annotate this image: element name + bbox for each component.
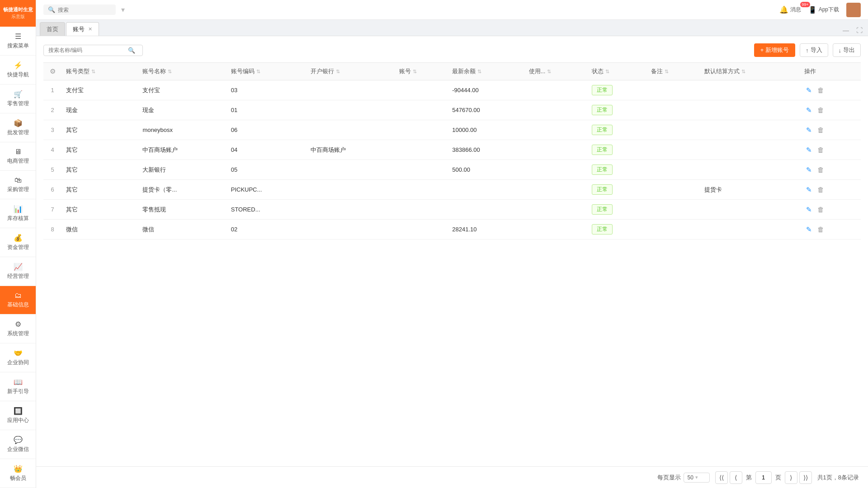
delete-button[interactable]: 🗑 — [816, 85, 826, 95]
cell-account — [395, 180, 448, 200]
edit-button[interactable]: ✎ — [804, 165, 814, 175]
sidebar-item-wholesale-mgmt[interactable]: 📦 批发管理 — [0, 113, 36, 142]
sidebar-item-search-menu[interactable]: ☰ 搜索菜单 — [0, 27, 36, 56]
sort-name-icon[interactable]: ⇅ — [168, 69, 172, 75]
col-account[interactable]: 账号 ⇅ — [395, 63, 448, 80]
cell-type: 现金 — [61, 100, 138, 120]
col-type[interactable]: 账号类型 ⇅ — [61, 63, 138, 80]
sort-usage-icon[interactable]: ⇅ — [547, 69, 551, 75]
edit-button[interactable]: ✎ — [804, 185, 814, 195]
per-page-select-box[interactable]: 50 ▾ — [684, 473, 710, 483]
sidebar-item-new-guide[interactable]: 📖 新手引导 — [0, 372, 36, 401]
page-first-button[interactable]: ⟨⟨ — [715, 471, 728, 484]
col-balance[interactable]: 最新余额 ⇅ — [448, 63, 524, 80]
cell-type: 其它 — [61, 180, 138, 200]
new-account-button[interactable]: + 新增账号 — [754, 43, 795, 57]
cell-balance: -90444.00 — [448, 80, 524, 100]
edit-button[interactable]: ✎ — [804, 225, 814, 235]
sidebar-item-vip-member[interactable]: 👑 畅会员 — [0, 459, 36, 488]
export-button[interactable]: ↓ 导出 — [833, 43, 861, 57]
col-settings[interactable]: ⚙ — [43, 63, 61, 80]
delete-button[interactable]: 🗑 — [816, 105, 826, 115]
settings-icon[interactable]: ⚙ — [50, 67, 56, 75]
delete-button[interactable]: 🗑 — [816, 145, 826, 155]
sidebar-item-quick-nav[interactable]: ⚡ 快捷导航 — [0, 56, 36, 84]
topbar-search-input[interactable] — [58, 7, 103, 13]
sidebar-item-inventory[interactable]: 📊 库存核算 — [0, 199, 36, 228]
cell-default-payment — [700, 140, 800, 160]
import-label: 导入 — [811, 46, 822, 54]
sidebar-item-basic-info[interactable]: 🗂 基础信息 — [0, 286, 36, 314]
cell-bank — [306, 80, 394, 100]
cell-bank: 中百商场账户 — [306, 140, 394, 160]
tab-account[interactable]: 账号 ✕ — [66, 22, 99, 36]
col-default-payment[interactable]: 默认结算方式 ⇅ — [700, 63, 800, 80]
avatar[interactable] — [846, 3, 861, 17]
sidebar-item-purchase-mgmt[interactable]: 🛍 采购管理 — [0, 171, 36, 199]
search-menu-icon: ☰ — [2, 32, 34, 41]
page-prev-button[interactable]: ⟨ — [730, 471, 742, 484]
page-last-button[interactable]: ⟩⟩ — [799, 471, 812, 484]
sort-status-icon[interactable]: ⇅ — [605, 69, 609, 75]
cell-account — [395, 220, 448, 239]
edit-button[interactable]: ✎ — [804, 85, 814, 95]
delete-button[interactable]: 🗑 — [816, 205, 826, 214]
delete-button[interactable]: 🗑 — [816, 125, 826, 135]
sidebar-item-app-center[interactable]: 🔲 应用中心 — [0, 401, 36, 430]
sort-bank-icon[interactable]: ⇅ — [336, 69, 340, 75]
tab-maximize-icon[interactable]: ⛶ — [854, 25, 864, 36]
sidebar-item-enterprise-agreement[interactable]: 🤝 企业协同 — [0, 343, 36, 372]
sidebar-item-enterprise-wechat[interactable]: 💬 企业微信 — [0, 430, 36, 459]
sidebar-item-ecommerce-mgmt[interactable]: 🖥 电商管理 — [0, 142, 36, 171]
app-download-button[interactable]: 📱 App下载 — [808, 6, 839, 14]
sidebar-item-fund-mgmt[interactable]: 💰 资金管理 — [0, 228, 36, 257]
tab-close-icon[interactable]: ✕ — [88, 27, 92, 32]
topbar-search[interactable]: 🔍 — [43, 5, 116, 15]
search-box[interactable]: 🔍 — [43, 45, 143, 56]
cell-usage — [524, 80, 587, 100]
topbar-dropdown-icon[interactable]: ▾ — [121, 5, 125, 14]
sort-type-icon[interactable]: ⇅ — [91, 69, 95, 75]
sidebar-item-operations-mgmt[interactable]: 📈 经营管理 — [0, 257, 36, 286]
sort-balance-icon[interactable]: ⇅ — [477, 69, 481, 75]
page-next-button[interactable]: ⟩ — [785, 471, 797, 484]
page-number-input[interactable] — [755, 471, 772, 484]
delete-button[interactable]: 🗑 — [816, 225, 826, 234]
col-bank-label: 开户银行 — [311, 67, 334, 75]
table-row: 2 现金 现金 01 547670.00 正常 ✎ 🗑 — [43, 100, 861, 120]
cell-usage — [524, 140, 587, 160]
message-button[interactable]: 🔔 消息 99+ — [779, 5, 801, 14]
col-name[interactable]: 账号名称 ⇅ — [138, 63, 226, 80]
sort-account-icon[interactable]: ⇅ — [413, 69, 417, 75]
table-row: 6 其它 提货卡（零... PICKUPC... 正常 提货卡 ✎ 🗑 — [43, 180, 861, 200]
logo-sub: 乐意版 — [11, 14, 25, 20]
message-label: 消息 — [790, 6, 801, 14]
sort-default-payment-icon[interactable]: ⇅ — [741, 69, 745, 75]
search-input[interactable] — [48, 47, 125, 53]
col-usage-label: 使用... — [529, 67, 546, 75]
delete-button[interactable]: 🗑 — [816, 165, 826, 174]
edit-button[interactable]: ✎ — [804, 145, 814, 155]
tab-minimize-icon[interactable]: — — [841, 25, 851, 36]
sidebar-item-system-mgmt[interactable]: ⚙ 系统管理 — [0, 314, 36, 343]
cell-code: 04 — [226, 140, 307, 160]
col-bank[interactable]: 开户银行 ⇅ — [306, 63, 394, 80]
col-code[interactable]: 账号编码 ⇅ — [226, 63, 307, 80]
col-remark[interactable]: 备注 ⇅ — [646, 63, 700, 80]
cell-code: STORED... — [226, 200, 307, 220]
edit-button[interactable]: ✎ — [804, 105, 814, 115]
export-icon: ↓ — [839, 47, 842, 54]
edit-button[interactable]: ✎ — [804, 125, 814, 135]
cell-code: 05 — [226, 160, 307, 180]
cell-bank — [306, 180, 394, 200]
col-status[interactable]: 状态 ⇅ — [587, 63, 647, 80]
sort-code-icon[interactable]: ⇅ — [256, 69, 260, 75]
search-icon[interactable]: 🔍 — [128, 47, 135, 54]
import-button[interactable]: ↑ 导入 — [800, 43, 828, 57]
sort-remark-icon[interactable]: ⇅ — [665, 69, 669, 75]
tab-home[interactable]: 首页 — [40, 22, 65, 36]
sidebar-item-retail-mgmt[interactable]: 🛒 零售管理 — [0, 84, 36, 113]
col-usage[interactable]: 使用... ⇅ — [524, 63, 587, 80]
delete-button[interactable]: 🗑 — [816, 185, 826, 194]
edit-button[interactable]: ✎ — [804, 205, 814, 215]
